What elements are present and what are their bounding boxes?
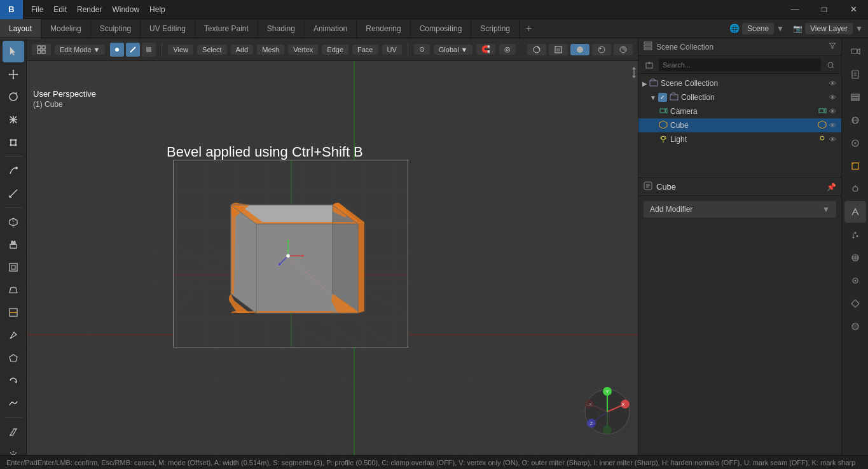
- viewport-shading-solid[interactable]: [570, 44, 589, 55]
- outliner-filter-btn[interactable]: [829, 42, 836, 52]
- annotate-tool-button[interactable]: [3, 160, 24, 181]
- spin-tool-button[interactable]: [3, 370, 24, 391]
- select-menu[interactable]: Select: [197, 45, 227, 55]
- menu-render[interactable]: Render: [72, 4, 106, 15]
- snap-button[interactable]: 🧲: [476, 44, 495, 55]
- outliner-eye-collection[interactable]: 👁: [829, 94, 836, 101]
- viewport-shading-material[interactable]: [592, 44, 611, 55]
- add-menu[interactable]: Add: [231, 45, 254, 55]
- menu-file[interactable]: File: [27, 4, 48, 15]
- tab-compositing[interactable]: Compositing: [411, 19, 472, 38]
- navigation-gizmo[interactable]: X -X Y Z: [582, 386, 633, 437]
- knife-tool-button[interactable]: [3, 325, 24, 346]
- poly-build-tool-button[interactable]: [3, 347, 24, 369]
- transform-orientation[interactable]: Global ▼: [434, 45, 473, 55]
- add-cube-tool-button[interactable]: [3, 211, 24, 233]
- outliner-new-collection[interactable]: [642, 58, 656, 72]
- extrude-tool-button[interactable]: [3, 234, 24, 255]
- face-select-mode[interactable]: [142, 43, 156, 57]
- outliner-eye-cube[interactable]: 👁: [829, 122, 836, 129]
- tree-item-cube[interactable]: Cube 👁: [638, 118, 841, 132]
- props-icon-data[interactable]: [844, 293, 866, 314]
- tree-item-camera[interactable]: Camera 👁: [638, 104, 841, 118]
- outliner-eye-scene[interactable]: 👁: [829, 80, 836, 87]
- tree-item-light[interactable]: Light 👁: [638, 132, 841, 146]
- rotate-tool-button[interactable]: [3, 86, 24, 108]
- pivot-point-selector[interactable]: ⊙: [414, 44, 430, 55]
- shear-tool-button[interactable]: [3, 421, 24, 443]
- outliner-search-input[interactable]: [659, 59, 821, 71]
- props-icon-world[interactable]: [844, 155, 866, 177]
- props-icon-render[interactable]: [844, 64, 866, 85]
- tab-rendering[interactable]: Rendering: [357, 19, 410, 38]
- cursor-tool-button[interactable]: [3, 41, 24, 62]
- outliner-filter-toggle[interactable]: [823, 58, 837, 72]
- tab-layout[interactable]: Layout: [0, 19, 41, 38]
- edge-select-mode[interactable]: [126, 43, 140, 57]
- props-icon-physics[interactable]: [844, 247, 866, 269]
- object-viewport[interactable]: [173, 160, 408, 347]
- props-icon-view-layer[interactable]: [844, 109, 866, 131]
- vertex-select-mode[interactable]: [110, 43, 124, 57]
- props-icon-particles[interactable]: [844, 224, 866, 246]
- mode-selector[interactable]: Edit Mode ▼: [55, 45, 105, 55]
- smooth-tool-button[interactable]: [3, 393, 24, 414]
- viewport-area[interactable]: Edit Mode ▼ View Select Add Mesh Vertex …: [27, 38, 638, 469]
- svg-point-179: [852, 237, 854, 239]
- tab-animation[interactable]: Animation: [305, 19, 357, 38]
- menu-window[interactable]: Window: [107, 4, 144, 15]
- measure-tool-button[interactable]: [3, 183, 24, 204]
- tree-item-scene-collection[interactable]: ▶ Scene Collection 👁: [638, 76, 841, 90]
- mesh-menu[interactable]: Mesh: [257, 45, 284, 55]
- face-menu[interactable]: Face: [352, 45, 378, 55]
- scale-tool-button[interactable]: [3, 109, 24, 130]
- menu-help[interactable]: Help: [145, 4, 170, 15]
- viewport-canvas[interactable]: User Perspective (1) Cube Bevel applied …: [27, 61, 638, 469]
- props-icon-scene-camera[interactable]: [844, 41, 866, 62]
- camera-viewport-icon[interactable]: [818, 106, 827, 116]
- edge-menu[interactable]: Edge: [322, 45, 348, 55]
- props-icon-constraints[interactable]: [844, 270, 866, 291]
- xray-toggle[interactable]: [549, 44, 568, 55]
- collection-visibility-check[interactable]: ✓: [658, 93, 667, 102]
- panel-collapse-button[interactable]: [630, 61, 638, 84]
- move-tool-button[interactable]: [3, 64, 24, 85]
- props-icon-scene-data[interactable]: [844, 132, 866, 154]
- scene-selector[interactable]: Scene: [742, 23, 774, 34]
- outliner-eye-light[interactable]: 👁: [829, 136, 836, 143]
- cube-object-icon[interactable]: [818, 120, 827, 130]
- vertex-menu[interactable]: Vertex: [288, 45, 318, 55]
- view-layer-selector[interactable]: View Layer: [805, 23, 853, 34]
- maximize-button[interactable]: □: [809, 0, 839, 19]
- overlay-toggle[interactable]: [527, 44, 546, 55]
- tab-texture-paint[interactable]: Texture Paint: [195, 19, 258, 38]
- view-menu[interactable]: View: [168, 45, 193, 55]
- tab-sculpting[interactable]: Sculpting: [91, 19, 141, 38]
- outliner-eye-camera[interactable]: 👁: [829, 108, 836, 115]
- props-icon-material[interactable]: [844, 316, 866, 337]
- add-workspace-button[interactable]: +: [520, 19, 538, 38]
- tree-item-collection[interactable]: ▼ ✓ Collection 👁: [638, 90, 841, 104]
- add-modifier-button[interactable]: Add Modifier ▼: [644, 201, 836, 218]
- loop-cut-tool-button[interactable]: [3, 302, 24, 323]
- bevel-tool-button[interactable]: [3, 279, 24, 301]
- tab-modeling[interactable]: Modeling: [41, 19, 91, 38]
- editor-type-button[interactable]: [32, 44, 51, 55]
- viewport-shading-rendered[interactable]: [614, 44, 633, 55]
- transform-tool-button[interactable]: [3, 132, 24, 153]
- props-icon-output[interactable]: [844, 87, 866, 108]
- tab-uv-editing[interactable]: UV Editing: [141, 19, 195, 38]
- proportional-editing[interactable]: ◎: [499, 44, 516, 55]
- props-icon-modifier[interactable]: [844, 201, 866, 223]
- props-icon-object[interactable]: [844, 178, 866, 200]
- tab-scripting[interactable]: Scripting: [471, 19, 520, 38]
- tab-shading[interactable]: Shading: [258, 19, 305, 38]
- close-button[interactable]: ✕: [839, 0, 868, 19]
- properties-pin[interactable]: 📌: [827, 183, 836, 192]
- menu-edit[interactable]: Edit: [49, 4, 71, 15]
- minimize-button[interactable]: —: [780, 0, 809, 19]
- uv-menu[interactable]: UV: [382, 45, 402, 55]
- light-object-icon[interactable]: [818, 134, 827, 144]
- svg-point-156: [820, 136, 824, 140]
- inset-tool-button[interactable]: [3, 256, 24, 278]
